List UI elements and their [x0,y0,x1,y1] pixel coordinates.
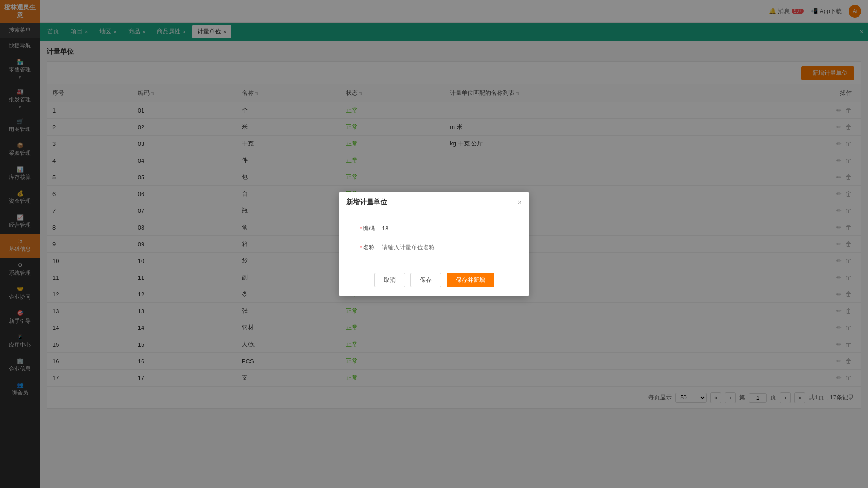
save-button[interactable]: 保存 [410,273,441,287]
form-row-code: *编码 [350,223,518,234]
modal-body: *编码 *名称 [339,212,529,268]
save-and-new-button[interactable]: 保存并新增 [447,273,494,287]
code-label: *编码 [350,225,375,233]
modal-header: 新增计量单位 × [339,192,529,212]
name-input[interactable] [379,242,518,253]
modal-overlay: 新增计量单位 × *编码 *名称 取消 保存 保存并新增 [0,0,868,488]
name-label: *名称 [350,244,375,252]
add-unit-modal: 新增计量单位 × *编码 *名称 取消 保存 保存并新增 [339,192,529,296]
modal-title: 新增计量单位 [346,198,387,206]
name-required-mark: * [360,244,362,251]
form-row-name: *名称 [350,242,518,253]
code-required-mark: * [360,225,362,232]
cancel-button[interactable]: 取消 [374,273,405,287]
modal-footer: 取消 保存 保存并新增 [339,268,529,296]
code-input[interactable] [379,223,518,234]
modal-close-button[interactable]: × [518,198,522,206]
